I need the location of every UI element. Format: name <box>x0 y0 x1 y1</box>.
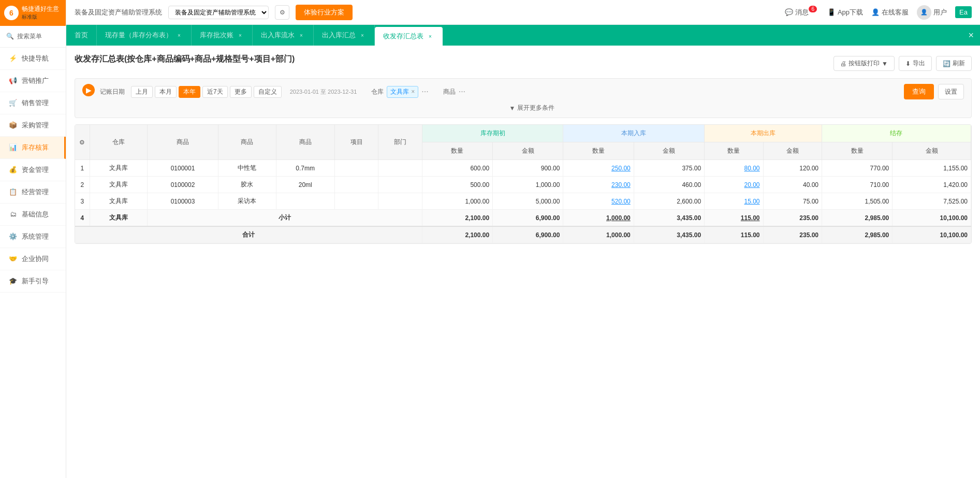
trial-button[interactable]: 体验行业方案 <box>296 5 353 20</box>
sidebar-item-label-system: 系统管理 <box>22 232 49 241</box>
search-menu-button[interactable]: 🔍 搜索菜单 <box>4 30 62 43</box>
sidebar-item-sales[interactable]: 🛒销售管理 <box>0 92 66 114</box>
user-area[interactable]: 👤 用户 <box>917 5 947 20</box>
th-bal-qty: 数量 <box>822 142 892 160</box>
cell-out-qty[interactable]: 15.00 <box>705 193 763 210</box>
cell-in-qty[interactable]: 250.00 <box>563 160 634 177</box>
date-btn-近7天[interactable]: 近7天 <box>202 86 228 98</box>
in-qty-link[interactable]: 520.00 <box>611 198 631 205</box>
tab-label-home: 首页 <box>75 31 88 40</box>
settings-button[interactable]: 设置 <box>938 84 964 99</box>
expand-more-btn[interactable]: ▼ 展开更多条件 <box>100 104 964 112</box>
cell-bal-qty: 710.00 <box>822 177 892 193</box>
system-icon: ⚙️ <box>8 232 18 241</box>
sidebar-search-area[interactable]: 🔍 搜索菜单 <box>0 26 66 48</box>
tab-close-recv-send[interactable]: × <box>427 33 434 40</box>
app-download-button[interactable]: 📱 App下载 <box>827 8 863 17</box>
system-select[interactable]: 装备及固定资产辅助管理系统 <box>168 6 269 19</box>
th-inbound-group: 本期入库 <box>563 125 705 142</box>
out-qty-link[interactable]: 20.00 <box>744 181 760 189</box>
date-btn-本年[interactable]: 本年 <box>179 86 200 98</box>
warehouse-label: 仓库 <box>371 88 384 96</box>
query-button[interactable]: 查询 <box>904 84 934 99</box>
in-qty-link[interactable]: 230.00 <box>611 181 631 189</box>
logo-subtitle: 标准版 <box>22 13 59 21</box>
tab-home[interactable]: 首页 <box>66 25 97 46</box>
tab-batch[interactable]: 库存批次账× <box>192 25 253 46</box>
tab-close-inventory-dist[interactable]: × <box>175 32 183 39</box>
cell-out-qty[interactable]: 20.00 <box>705 177 763 193</box>
cell-out-qty[interactable]: 80.00 <box>705 160 763 177</box>
cell-code: 0100001 <box>148 160 218 177</box>
sidebar-item-inventory[interactable]: 📊库存核算 <box>0 137 66 159</box>
date-filter-label: 记账日期 <box>100 88 125 96</box>
sidebar-item-basic[interactable]: 🗂基础信息 <box>0 204 66 226</box>
sidebar-item-label-sales: 销售管理 <box>22 98 49 108</box>
sidebar-item-quick-nav[interactable]: ⚡快捷导航 <box>0 48 66 70</box>
data-table: ⚙ 仓库 商品 商品 商品 项目 部门 库存期初 本期入库 本期出库 结存 数量 <box>75 125 971 243</box>
refresh-icon: 🔄 <box>943 60 950 67</box>
export-button[interactable]: ⬇ 导出 <box>899 56 932 71</box>
warehouse-tag[interactable]: 文具库 × <box>387 86 418 98</box>
goods-more-button[interactable]: ··· <box>459 87 465 96</box>
filter-expand-arrow[interactable]: ▶ <box>82 84 95 96</box>
messages-badge: 6 <box>809 6 817 12</box>
date-btn-自定义[interactable]: 自定义 <box>254 86 282 98</box>
cell-in-qty[interactable]: 230.00 <box>563 177 634 193</box>
cell-in-amt: 2,600.00 <box>634 193 704 210</box>
tab-recv-send[interactable]: 收发存汇总表× <box>375 27 443 46</box>
date-btn-本月[interactable]: 本月 <box>155 86 177 98</box>
tab-close-flow[interactable]: × <box>298 32 305 39</box>
gear-button[interactable]: ⚙ <box>275 5 289 20</box>
print-button[interactable]: 🖨 按钮版打印 ▼ <box>833 56 895 71</box>
th-in-qty: 数量 <box>563 142 634 160</box>
out-qty-link[interactable]: 80.00 <box>744 165 760 172</box>
warehouse-more-button[interactable]: ··· <box>421 87 428 96</box>
sidebar-item-guide[interactable]: 🎓新手引导 <box>0 270 66 293</box>
cell-dept <box>378 193 422 210</box>
tab-close-summary[interactable]: × <box>359 32 366 39</box>
date-btn-更多[interactable]: 更多 <box>230 86 252 98</box>
in-qty-link[interactable]: 250.00 <box>611 165 631 172</box>
sidebar-item-collab[interactable]: 🤝企业协同 <box>0 248 66 270</box>
sidebar-menu: ⚡快捷导航📢营销推广🛒销售管理📦采购管理📊库存核算💰资金管理📋经营管理🗂基础信息… <box>0 48 66 478</box>
tab-inventory-dist[interactable]: 现存量（库存分布表）× <box>97 25 192 46</box>
tab-label-summary: 出入库汇总 <box>322 31 356 40</box>
out-qty-link[interactable]: 15.00 <box>744 198 760 205</box>
guide-icon: 🎓 <box>8 277 18 286</box>
user-avatar: 👤 <box>917 5 931 20</box>
tabs-close-all-button[interactable]: × <box>962 30 980 41</box>
purchase-icon: 📦 <box>8 121 18 130</box>
sidebar-item-system[interactable]: ⚙️系统管理 <box>0 226 66 248</box>
cell-open-amt: 900.00 <box>493 160 563 177</box>
warehouse-tag-close-icon[interactable]: × <box>411 88 415 95</box>
cell-in-qty[interactable]: 520.00 <box>563 193 634 210</box>
tab-summary[interactable]: 出入库汇总× <box>314 25 375 46</box>
cell-project <box>334 177 378 193</box>
page-content: 收发存汇总表(按仓库+商品编码+商品+规格型号+项目+部门) 🖨 按钮版打印 ▼… <box>66 46 980 478</box>
cell-dept <box>378 160 422 177</box>
sidebar-logo: 6 畅捷通好生意 标准版 <box>0 0 66 26</box>
sidebar-item-purchase[interactable]: 📦采购管理 <box>0 114 66 137</box>
sidebar-item-finance[interactable]: 💰资金管理 <box>0 159 66 181</box>
messages-button[interactable]: 💬 消息 6 <box>785 8 819 17</box>
sidebar-item-marketing[interactable]: 📢营销推广 <box>0 70 66 92</box>
app-download-label: App下载 <box>838 8 863 17</box>
chevron-down-icon: ▼ <box>882 60 888 67</box>
th-in-amt: 金额 <box>634 142 704 160</box>
subtotal-label: 小计 <box>148 210 422 227</box>
cell-spec <box>276 193 334 210</box>
cell-open-qty: 600.00 <box>422 160 492 177</box>
subtotal-out-amt: 235.00 <box>763 210 822 227</box>
online-service-button[interactable]: 👤 在线客服 <box>871 8 909 17</box>
th-settings[interactable]: ⚙ <box>75 125 90 160</box>
refresh-button[interactable]: 🔄 刷新 <box>936 56 972 71</box>
sidebar-item-operation[interactable]: 📋经营管理 <box>0 181 66 204</box>
cell-bal-amt: 1,420.00 <box>893 177 971 193</box>
tab-close-batch[interactable]: × <box>237 32 244 39</box>
date-btn-上月[interactable]: 上月 <box>131 86 153 98</box>
cell-warehouse: 文具库 <box>90 177 148 193</box>
footer-label: 合计 <box>75 226 422 243</box>
footer-out-amt: 235.00 <box>763 226 822 243</box>
tab-flow[interactable]: 出入库流水× <box>253 25 314 46</box>
